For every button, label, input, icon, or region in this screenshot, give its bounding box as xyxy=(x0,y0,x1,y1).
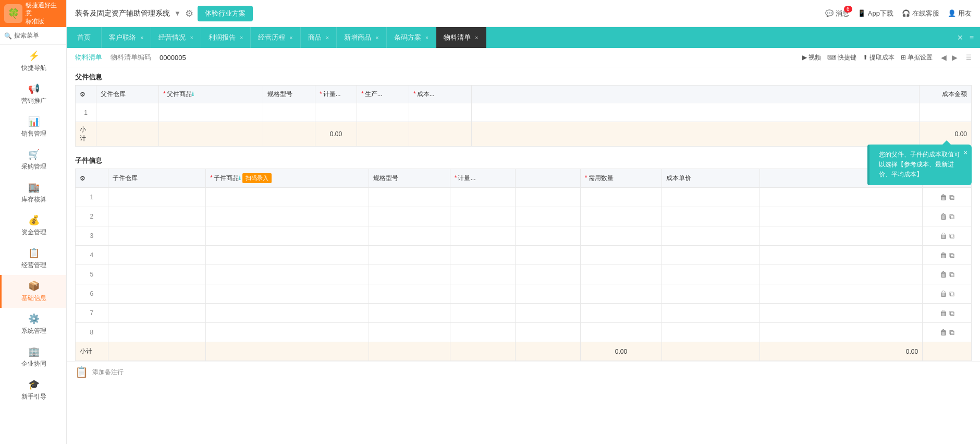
sidebar-item-finance[interactable]: 💰 资金管理 xyxy=(0,209,66,242)
delete-row-icon-1[interactable]: 🗑 xyxy=(940,193,947,201)
scan-input-button[interactable]: 扫码录入 xyxy=(242,173,272,183)
child-cell-warehouse-6[interactable] xyxy=(108,284,206,304)
parent-cell-unit-1[interactable] xyxy=(315,103,357,122)
parent-cell-prod-1[interactable] xyxy=(357,103,409,122)
delete-row-icon-4[interactable]: 🗑 xyxy=(940,251,947,259)
child-cell-amount-2[interactable] xyxy=(760,207,923,226)
parent-cell-warehouse-1[interactable] xyxy=(96,103,159,122)
tab-profit[interactable]: 利润报告 × xyxy=(201,27,251,48)
parent-cell-goods-1[interactable] xyxy=(159,103,263,122)
child-cell-warehouse-5[interactable] xyxy=(108,265,206,284)
child-cell-goods-5[interactable] xyxy=(206,265,369,284)
copy-row-icon-2[interactable]: ⧉ xyxy=(949,212,954,221)
child-cell-qty-2[interactable] xyxy=(580,207,662,226)
copy-row-icon-3[interactable]: ⧉ xyxy=(949,232,954,241)
child-cell-spec-7[interactable] xyxy=(369,304,450,323)
tab-home[interactable]: 首页 xyxy=(67,27,102,48)
child-cell-amount-1[interactable] xyxy=(760,188,923,207)
tab-operation-close[interactable]: × xyxy=(190,34,193,41)
child-cell-qty-1[interactable] xyxy=(580,188,662,207)
sidebar-item-marketing[interactable]: 📢 营销推广 xyxy=(0,78,66,111)
tab-profit-close[interactable]: × xyxy=(240,34,243,41)
sidebar-item-enterprise[interactable]: 🏢 企业协同 xyxy=(0,341,66,374)
child-cell-warehouse-3[interactable] xyxy=(108,226,206,246)
child-cell-unitcost-2[interactable] xyxy=(662,207,760,226)
sidebar-item-quicknav[interactable]: ⚡ 快捷导航 xyxy=(0,45,66,78)
child-cell-unitcost-6[interactable] xyxy=(662,284,760,304)
child-cell-spec-1[interactable] xyxy=(369,188,450,207)
delete-row-icon-7[interactable]: 🗑 xyxy=(940,309,947,317)
delete-row-icon-2[interactable]: 🗑 xyxy=(940,212,947,221)
copy-row-icon-8[interactable]: ⧉ xyxy=(949,328,954,337)
tab-close-all-icon[interactable]: ✕ xyxy=(953,33,967,42)
breadcrumb-bom[interactable]: 物料清单 xyxy=(75,53,102,62)
child-cell-warehouse-4[interactable] xyxy=(108,246,206,265)
tab-history-close[interactable]: × xyxy=(289,34,292,41)
child-cell-unitcost-8[interactable] xyxy=(662,323,760,342)
child-cell-spec-5[interactable] xyxy=(369,265,450,284)
add-row-icon[interactable]: 📋 xyxy=(75,366,88,378)
child-cell-amount-3[interactable] xyxy=(760,226,923,246)
copy-row-icon-6[interactable]: ⧉ xyxy=(949,290,954,298)
online-service-button[interactable]: 🎧 在线客服 xyxy=(902,9,939,18)
child-cell-goods-2[interactable] xyxy=(206,207,369,226)
tab-goods[interactable]: 商品 × xyxy=(301,27,337,48)
tab-barcode-close[interactable]: × xyxy=(425,34,428,41)
nav-next-button[interactable]: ▶ xyxy=(950,52,960,63)
tab-operation[interactable]: 经营情况 × xyxy=(151,27,201,48)
child-cell-goods-3[interactable] xyxy=(206,226,369,246)
parent-cell-spec-1[interactable] xyxy=(263,103,315,122)
add-row-text[interactable]: 添加备注行 xyxy=(92,368,124,377)
child-cell-warehouse-8[interactable] xyxy=(108,323,206,342)
child-cell-unitcost-7[interactable] xyxy=(662,304,760,323)
child-cell-qty-6[interactable] xyxy=(580,284,662,304)
child-cell-spec-2[interactable] xyxy=(369,207,450,226)
child-cell-unitcost-4[interactable] xyxy=(662,246,760,265)
tab-newgoods[interactable]: 新增商品 × xyxy=(337,27,386,48)
shortcut-button[interactable]: ⌨ 快捷键 xyxy=(827,53,856,62)
message-button[interactable]: 💬 消息 6 xyxy=(825,9,849,18)
parent-cell-amount-1[interactable] xyxy=(920,103,972,122)
tab-customer-close[interactable]: × xyxy=(140,34,143,41)
video-button[interactable]: ▶ 视频 xyxy=(802,53,821,62)
delete-row-icon-8[interactable]: 🗑 xyxy=(940,328,947,337)
tab-newgoods-close[interactable]: × xyxy=(375,34,378,41)
child-cell-warehouse-7[interactable] xyxy=(108,304,206,323)
child-cell-unit-3[interactable] xyxy=(450,226,515,246)
child-cell-goods-6[interactable] xyxy=(206,284,369,304)
settings-icon[interactable]: ⚙ xyxy=(185,8,193,19)
child-cell-spec-6[interactable] xyxy=(369,284,450,304)
copy-row-icon-5[interactable]: ⧉ xyxy=(949,270,954,279)
child-cell-unit-7[interactable] xyxy=(450,304,515,323)
child-cell-warehouse-2[interactable] xyxy=(108,207,206,226)
sidebar-item-guide[interactable]: 🎓 新手引导 xyxy=(0,374,66,406)
child-cell-qty-5[interactable] xyxy=(580,265,662,284)
delete-row-icon-5[interactable]: 🗑 xyxy=(940,270,947,279)
child-cell-unit-8[interactable] xyxy=(450,323,515,342)
child-cell-goods-7[interactable] xyxy=(206,304,369,323)
child-cell-unit-2[interactable] xyxy=(450,207,515,226)
tab-customer[interactable]: 客户联络 × xyxy=(102,27,151,48)
copy-row-icon-4[interactable]: ⧉ xyxy=(949,251,954,260)
child-cell-qty-3[interactable] xyxy=(580,226,662,246)
child-cell-unit-4[interactable] xyxy=(450,246,515,265)
app-download-button[interactable]: 📱 App下载 xyxy=(858,9,893,18)
try-industry-button[interactable]: 体验行业方案 xyxy=(198,6,253,21)
child-cell-goods-4[interactable] xyxy=(206,246,369,265)
child-cell-unitcost-5[interactable] xyxy=(662,265,760,284)
tab-bom-close[interactable]: × xyxy=(475,34,478,41)
sidebar-item-purchase[interactable]: 🛒 采购管理 xyxy=(0,143,66,176)
copy-row-icon-1[interactable]: ⧉ xyxy=(949,193,954,202)
extract-cost-button[interactable]: ⬆ 提取成本 xyxy=(863,53,895,62)
child-cell-unit-1[interactable] xyxy=(450,188,515,207)
user-menu-button[interactable]: 👤 用友 xyxy=(948,9,972,18)
sidebar-item-basic[interactable]: 📦 基础信息 xyxy=(0,275,66,308)
sidebar-item-sales[interactable]: 📊 销售管理 xyxy=(0,111,66,143)
search-menu-item[interactable]: 🔍 搜索菜单 xyxy=(0,27,66,45)
copy-row-icon-7[interactable]: ⧉ xyxy=(949,309,954,318)
sidebar-item-system[interactable]: ⚙️ 系统管理 xyxy=(0,308,66,341)
child-cell-spec-8[interactable] xyxy=(369,323,450,342)
tooltip-close-button[interactable]: × xyxy=(963,148,967,159)
tab-history[interactable]: 经营历程 × xyxy=(251,27,300,48)
child-cell-qty-4[interactable] xyxy=(580,246,662,265)
